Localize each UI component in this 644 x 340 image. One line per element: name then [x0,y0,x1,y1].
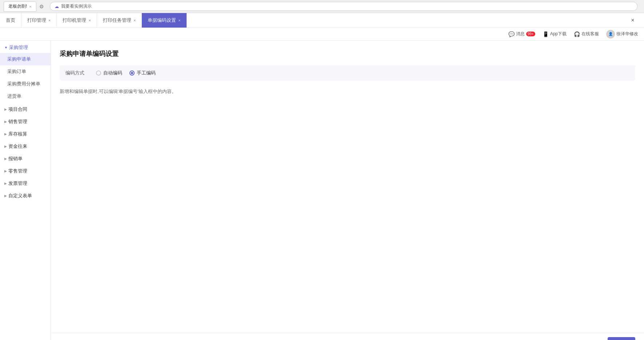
hint-text: 新增和编辑单据时,可以编辑'单据编号'输入框中的内容。 [60,88,635,96]
tab-code-settings-label: 单据编码设置 [148,17,176,24]
tab-print-management-label: 打印管理 [27,17,46,24]
radio-manual-code[interactable]: 手工编码 [129,70,156,76]
message-button[interactable]: 💬 消息 99+ [508,31,535,37]
sidebar: 采购管理 采购申请单 采购订单 采购费用分摊单 进货单 项目合同 销售管理 库存… [0,41,51,340]
user-name: 徐泽华修改 [616,31,638,37]
radio-manual-code-circle [129,70,135,76]
browser-tab-close[interactable]: × [29,4,31,9]
tab-printer-management-close[interactable]: × [88,18,91,23]
app-download-button[interactable]: 📱 App下载 [543,31,567,37]
sidebar-item-purchase-order[interactable]: 采购订单 [0,65,51,78]
sidebar-group-project[interactable]: 项目合同 [0,102,51,115]
header-right: 💬 消息 99+ 📱 App下载 🎧 在线客服 👤 徐泽华修改 [508,30,638,39]
browser-address-bar[interactable]: ☁ 我要看实例演示 [50,2,637,11]
sidebar-group-purchase-label: 采购管理 [9,44,28,51]
sidebar-item-purchase-request[interactable]: 采购申请单 [0,53,51,65]
content-main: 采购申请单编码设置 编码方式 自动编码 手工编码 新增和编辑单据时,可以编辑'单… [51,41,644,333]
sidebar-group-project-label: 项目合同 [8,106,27,113]
browser-tab-label: 老板勿割! [8,3,27,9]
sidebar-group-retail[interactable]: 零售管理 [0,164,51,177]
online-service-button[interactable]: 🎧 在线客服 [574,31,599,37]
sidebar-group-retail-label: 零售管理 [8,168,27,174]
tab-print-management-close[interactable]: × [48,18,51,23]
save-button[interactable]: 保存 [608,337,635,340]
message-badge: 99+ [526,32,535,36]
browser-tab[interactable]: 老板勿割! × [4,1,36,12]
user-menu-button[interactable]: 👤 徐泽华修改 [606,30,638,39]
sidebar-group-sales[interactable]: 销售管理 [0,115,51,127]
nav-tab-print-task[interactable]: 打印任务管理 × [97,13,142,28]
radio-auto-code[interactable]: 自动编码 [96,70,122,76]
sidebar-group-invoice-label: 发票管理 [8,180,27,187]
content-area: 采购申请单编码设置 编码方式 自动编码 手工编码 新增和编辑单据时,可以编辑'单… [51,41,644,340]
sidebar-group-custom-form-label: 自定义表单 [8,193,32,199]
settings-icon[interactable]: ⚙ [39,4,44,9]
encoding-label: 编码方式 [65,70,87,76]
sidebar-item-goods-receipt[interactable]: 进货单 [0,90,51,102]
app-download-label: App下载 [550,31,567,37]
tab-print-task-label: 打印任务管理 [103,17,131,24]
nav-tab-print-management[interactable]: 打印管理 × [21,13,57,28]
app-download-icon: 📱 [543,31,549,37]
sidebar-group-inventory[interactable]: 库存核算 [0,127,51,139]
sidebar-group-capital-label: 资金往来 [8,143,27,150]
tab-print-task-close[interactable]: × [133,18,136,23]
address-text: 我要看实例演示 [61,3,92,9]
main-layout: 采购管理 采购申请单 采购订单 采购费用分摊单 进货单 项目合同 销售管理 库存… [0,41,644,340]
sidebar-group-capital[interactable]: 资金往来 [0,139,51,152]
tab-printer-management-label: 打印机管理 [63,17,86,24]
message-icon: 💬 [508,31,515,37]
header-bar: 💬 消息 99+ 📱 App下载 🎧 在线客服 👤 徐泽华修改 [0,28,644,41]
radio-auto-code-label: 自动编码 [103,70,122,76]
sidebar-group-expense-label: 报销单 [8,155,23,162]
sidebar-group-expense[interactable]: 报销单 [0,152,51,164]
headset-icon: 🎧 [574,31,580,37]
nav-tab-printer-management[interactable]: 打印机管理 × [57,13,97,28]
sidebar-group-custom-form[interactable]: 自定义表单 [0,189,51,201]
sidebar-group-inventory-label: 库存核算 [8,131,27,137]
message-label: 消息 [516,31,525,37]
online-service-label: 在线客服 [581,31,599,37]
nav-tab-home[interactable]: 首页 [0,13,21,28]
sidebar-group-purchase[interactable]: 采购管理 [0,41,51,53]
top-nav: 首页 打印管理 × 打印机管理 × 打印任务管理 × 单据编码设置 × × [0,13,644,28]
nav-tab-code-settings[interactable]: 单据编码设置 × [142,13,187,28]
top-nav-right: × [627,15,644,26]
content-footer: 保存 [51,333,644,340]
radio-auto-code-circle [96,70,101,76]
page-title: 采购申请单编码设置 [60,49,635,58]
tab-code-settings-close[interactable]: × [178,18,180,23]
browser-bar: 老板勿割! × ⚙ ☁ 我要看实例演示 [0,0,644,13]
sidebar-group-invoice[interactable]: 发票管理 [0,177,51,189]
sidebar-group-sales-label: 销售管理 [8,118,27,125]
home-label: 首页 [6,17,15,24]
avatar: 👤 [606,30,615,39]
encoding-radio-group: 自动编码 手工编码 [96,70,156,76]
cloud-icon: ☁ [55,4,59,9]
encoding-row: 编码方式 自动编码 手工编码 [60,65,635,81]
close-all-tabs-button[interactable]: × [627,15,638,26]
sidebar-item-purchase-expense[interactable]: 采购费用分摊单 [0,78,51,90]
radio-manual-code-label: 手工编码 [137,70,156,76]
